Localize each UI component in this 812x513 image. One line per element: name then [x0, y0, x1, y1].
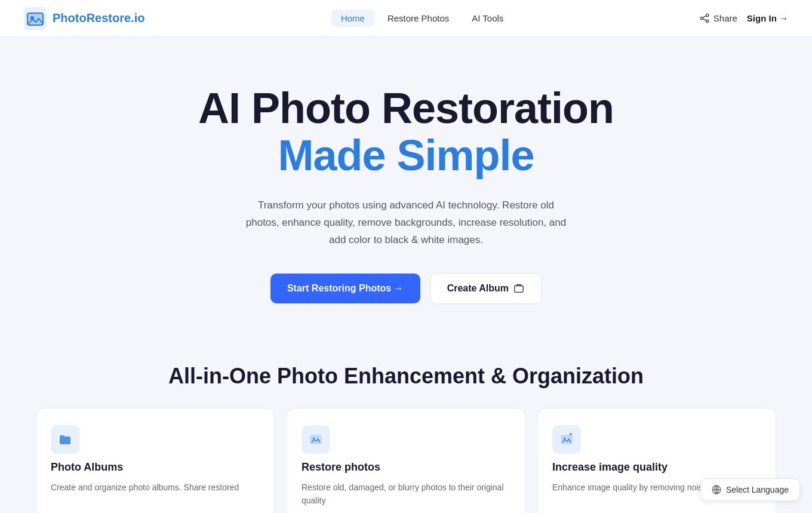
globe-icon: [712, 485, 721, 494]
svg-point-5: [700, 17, 703, 19]
restore-icon-wrap: [302, 425, 330, 454]
navbar-actions: Share Sign In →: [700, 13, 788, 23]
folder-icon: [58, 432, 72, 447]
nav-links: Home Restore Photos AI Tools: [331, 10, 513, 27]
nav-restore-photos[interactable]: Restore Photos: [378, 10, 459, 27]
feature-card-albums: Photo Albums Create and organize photo a…: [36, 408, 275, 513]
svg-rect-9: [515, 286, 523, 293]
logo-icon: [24, 7, 47, 30]
albums-card-title: Photo Albums: [51, 461, 123, 474]
hero-section: AI Photo Restoration Made Simple Transfo…: [0, 37, 812, 340]
restore-card-title: Restore photos: [302, 461, 380, 474]
brand-logo[interactable]: PhotoRestore.io: [24, 7, 144, 30]
share-button[interactable]: Share: [700, 13, 737, 23]
share-icon: [700, 13, 710, 23]
features-title: All-in-One Photo Enhancement & Organizat…: [36, 364, 776, 389]
feature-card-restore: Restore photos Restore old, damaged, or …: [287, 408, 525, 513]
quality-icon: [559, 432, 574, 447]
create-album-button[interactable]: Create Album: [430, 273, 542, 304]
svg-line-8: [703, 19, 706, 21]
svg-point-13: [564, 438, 565, 440]
nav-ai-tools[interactable]: AI Tools: [462, 10, 513, 27]
image-icon: [309, 432, 323, 447]
logo-text: PhotoRestore.io: [53, 11, 144, 25]
hero-subtitle: Transform your photos using advanced AI …: [245, 197, 567, 249]
language-label: Select Language: [726, 485, 789, 494]
albums-icon-wrap: [51, 425, 79, 454]
restore-card-desc: Restore old, damaged, or blurry photos t…: [302, 481, 510, 508]
album-icon: [513, 283, 524, 294]
features-section: All-in-One Photo Enhancement & Organizat…: [0, 340, 812, 513]
navbar: PhotoRestore.io Home Restore Photos AI T…: [0, 0, 812, 37]
hero-actions: Start Restoring Photos → Create Album: [270, 273, 542, 304]
svg-point-4: [706, 14, 708, 16]
start-restoring-button[interactable]: Start Restoring Photos →: [270, 274, 420, 303]
feature-cards-grid: Photo Albums Create and organize photo a…: [36, 408, 776, 513]
language-selector[interactable]: Select Language: [700, 478, 800, 501]
svg-point-11: [313, 438, 315, 440]
hero-title-line1: AI Photo Restoration: [198, 85, 614, 132]
hero-title-line2: Made Simple: [198, 132, 614, 179]
nav-home[interactable]: Home: [331, 10, 374, 27]
signin-button[interactable]: Sign In →: [747, 13, 788, 23]
svg-point-6: [706, 20, 708, 22]
quality-card-title: Increase image quality: [552, 461, 668, 474]
quality-icon-wrap: [552, 425, 581, 454]
svg-line-7: [703, 16, 706, 17]
albums-card-desc: Create and organize photo albums. Share …: [51, 481, 239, 494]
hero-title: AI Photo Restoration Made Simple: [198, 85, 614, 197]
